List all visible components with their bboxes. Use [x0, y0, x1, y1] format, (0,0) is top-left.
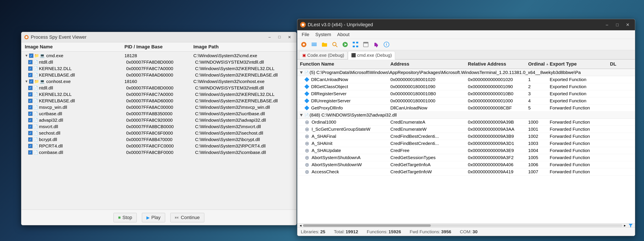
tab-cmd-exe[interactable]: ⬛ cmd.exe (Debug) — [348, 51, 395, 59]
base-addr: 0x00007FFA8D8D0000 — [126, 85, 195, 90]
group-row-2[interactable]: ▼ 📄 (848) C:\WINDOWS\System32\advapi32.d… — [297, 112, 635, 119]
toolbar-icon-search — [332, 41, 338, 47]
menu-system[interactable]: System — [313, 31, 334, 38]
checkbox[interactable]: ✓ — [28, 112, 32, 116]
checkbox[interactable]: ✓ — [28, 66, 32, 71]
table-row[interactable]: DllRegisterServer 0x00000001800010B0 0x0… — [297, 90, 635, 97]
dlest-minimize-button[interactable]: – — [602, 21, 612, 28]
checkbox[interactable]: ✓ — [28, 73, 32, 77]
table-row[interactable]: GetProxyDllInfo DllCanUnloadNow 0x000000… — [297, 104, 635, 112]
checkbox[interactable]: ✓ — [29, 79, 33, 84]
pspy-table-body[interactable]: ▼ ✓ 📁 💻 cmd.exe 18128 C:\Windows\System3… — [21, 52, 296, 210]
checkbox[interactable]: ✓ — [28, 99, 32, 103]
checkbox[interactable]: ✓ — [28, 137, 32, 142]
scroll-right-btn[interactable]: ► — [622, 224, 627, 227]
stop-button[interactable]: ■ Stop — [114, 213, 136, 222]
table-row[interactable]: ✓ 📄 KERNEL32.DLL 0x00007FFA8C7A0000 C:\W… — [21, 65, 296, 72]
table-row[interactable]: ✓ 📄 ucrtbase.dll 0x00007FFA8B350000 C:\W… — [21, 110, 296, 117]
dll-name: msvcrt.dll — [39, 124, 58, 129]
table-row[interactable]: ✓ 📄 KERNELBASE.dll 0x00007FFA8AD60000 C:… — [21, 72, 296, 78]
table-row[interactable]: ✓ 📄 combase.dll 0x00007FFA8CBF0000 C:\Wi… — [21, 149, 296, 156]
toolbar-btn-8[interactable] — [372, 40, 381, 49]
dlest-close-button[interactable]: ✕ — [623, 21, 632, 28]
functions-label: Functions: — [367, 229, 388, 234]
checkbox[interactable]: ✓ — [28, 92, 32, 97]
menu-about[interactable]: About — [334, 31, 352, 38]
scroll-left-btn[interactable]: ◄ — [298, 224, 303, 227]
folder-icon: 📁 — [34, 79, 39, 84]
filter-button[interactable] — [627, 223, 634, 228]
checkbox[interactable]: ✓ — [28, 144, 32, 148]
filter-icon — [628, 223, 633, 228]
checkbox[interactable]: ✓ — [28, 86, 32, 90]
table-row[interactable]: AbortSystemShutdownA CredGetSessionTypes… — [297, 154, 635, 161]
toolbar-btn-4[interactable] — [330, 40, 340, 49]
toolbar-btn-5[interactable] — [340, 40, 350, 49]
table-row[interactable]: DllUnregisterServer 0x0000000180001000 0… — [297, 97, 635, 104]
table-row[interactable]: AbortSystemShutdownW CredGetTargetInfoA … — [297, 161, 635, 168]
base-addr: 0x00007FFA8CFC0000 — [126, 143, 195, 149]
image-path: C:\Windows\System32\conhost.exe — [193, 79, 293, 84]
continue-button[interactable]: ⏭ Continue — [170, 213, 204, 222]
table-row[interactable]: DllGetClassObject 0x0000000180001090 0x0… — [297, 83, 635, 90]
table-row[interactable]: ✓ 📄 sechost.dll 0x00007FFA8C6F0000 C:\Wi… — [21, 130, 296, 136]
dll-icon: 📄 — [33, 60, 38, 64]
toolbar-btn-7[interactable] — [361, 40, 370, 49]
ordinal: 5 — [527, 105, 549, 111]
dlest-restore-button[interactable]: □ — [612, 21, 622, 28]
checkbox[interactable]: ✓ — [28, 105, 32, 109]
toolbar-btn-6[interactable] — [351, 40, 360, 49]
dll-path: C:\WINDOWS\SYSTEM32\ntdll.dll — [195, 59, 293, 65]
menu-file[interactable]: File — [299, 31, 312, 38]
table-row[interactable]: ▼ ✓ 📁 💻 conhost.exe 18160 C:\Windows\Sys… — [21, 78, 296, 85]
table-row[interactable]: ✓ 📄 RPCRT4.dll 0x00007FFA8CFC0000 C:\Win… — [21, 143, 296, 149]
svg-text:i: i — [386, 42, 387, 46]
table-row[interactable]: ✓ 📄 KERNELBASE.dll 0x00007FFA8AD60000 C:… — [21, 98, 296, 104]
scroll-thumb[interactable] — [303, 224, 431, 227]
checkbox[interactable]: ✓ — [28, 118, 32, 122]
table-row[interactable]: Ordinal1000 CredEnumerateA 0x00000000000… — [297, 119, 635, 126]
table-row[interactable]: ✓ 📄 ntdll.dll 0x00007FFA8D8D0000 C:\WIND… — [21, 59, 296, 65]
pspy-minimize-button[interactable]: – — [265, 34, 274, 41]
table-row[interactable]: A_SHAUpdate CredFree 0x000000000009A3E9 … — [297, 147, 635, 154]
toolbar-btn-9[interactable]: i — [382, 40, 391, 49]
table-row[interactable]: ✓ 📄 bcrypt.dll 0x00007FFA8B470000 C:\Win… — [21, 136, 296, 143]
svg-rect-16 — [356, 45, 358, 47]
scroll-track[interactable] — [303, 224, 622, 227]
checkbox[interactable]: ✓ — [28, 131, 32, 135]
pspy-maximize-button[interactable]: □ — [275, 34, 284, 41]
horizontal-scrollbar[interactable]: ◄ ► — [297, 223, 635, 227]
table-row[interactable]: ✓ 📄 KERNEL32.DLL 0x00007FFA8C7A0000 C:\W… — [21, 91, 296, 98]
checkbox[interactable]: ✓ — [28, 60, 32, 64]
toolbar-btn-2[interactable] — [310, 40, 319, 49]
expand-icon[interactable]: ▼ — [25, 80, 28, 83]
play-button[interactable]: ▶ Play — [142, 213, 165, 222]
expand-icon[interactable]: ▼ — [25, 54, 28, 58]
table-row[interactable]: ✓ 📄 advapi32.dll 0x00007FFA8C920000 C:\W… — [21, 117, 296, 123]
checkbox[interactable]: ✓ — [29, 53, 33, 58]
group-expand-icon[interactable]: ▼ — [299, 112, 304, 118]
toolbar-btn-1[interactable] — [299, 40, 308, 49]
svg-rect-7 — [312, 44, 317, 45]
table-row[interactable]: ✓ 📄 msvcrt.dll 0x00007FFA8BCB0000 C:\Win… — [21, 123, 296, 130]
com-value: 30 — [472, 229, 478, 234]
table-row[interactable]: A_SHAInit CredFindBestCredenti... 0x0000… — [297, 140, 635, 147]
checkbox[interactable]: ✓ — [28, 150, 32, 155]
table-row[interactable]: DllCanUnloadNow 0x0000000180001020 0x000… — [297, 76, 635, 83]
export-type: Exported Function — [549, 98, 609, 104]
dlest-statusbar: Libraries: 25 Total: 19912 Functions: 15… — [297, 227, 635, 236]
checkbox[interactable]: ✓ — [28, 124, 32, 129]
group-row-1[interactable]: ▼ 📄 (5) C:\ProgramData\Microsoft\Windows… — [297, 69, 635, 76]
pspy-close-button[interactable]: ✕ — [285, 34, 294, 41]
table-row[interactable]: ✓ 📄 ntdll.dll 0x00007FFA8D8D0000 C:\WIND… — [21, 85, 296, 91]
table-row[interactable]: AccessCheck CredGetTargetInfoW 0x0000000… — [297, 168, 635, 175]
table-row[interactable]: I_ScGetCurrentGroupStateW CredEnumerateW… — [297, 126, 635, 133]
group-expand-icon[interactable]: ▼ — [299, 70, 304, 75]
toolbar-btn-3[interactable] — [320, 40, 329, 49]
svg-rect-13 — [353, 42, 355, 43]
tab-code-exe[interactable]: ▣ Code.exe (Debug) — [299, 51, 348, 59]
table-row[interactable]: A_SHAFinal CredFindBestCredenti... 0x000… — [297, 133, 635, 140]
dlest-table-body[interactable]: ▼ 📄 (5) C:\ProgramData\Microsoft\Windows… — [297, 69, 635, 223]
table-row[interactable]: ▼ ✓ 📁 💻 cmd.exe 18128 C:\Windows\System3… — [21, 52, 296, 59]
table-row[interactable]: ✓ 📄 msvcp_win.dll 0x00007FFA8AC00000 C:\… — [21, 104, 296, 110]
